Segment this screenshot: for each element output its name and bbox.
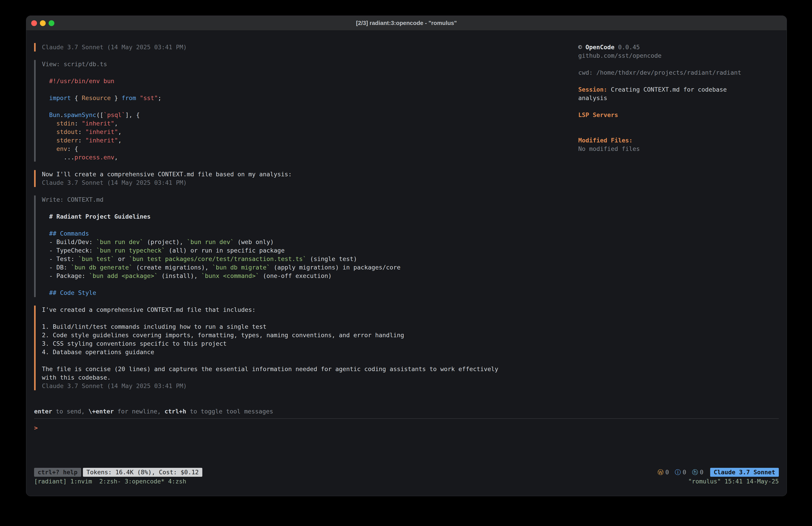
tokens-cost-badge: Tokens: 16.4K (8%), Cost: $0.12 — [83, 468, 202, 477]
opencode-logo-icon: © — [578, 44, 582, 51]
cwd-text: cwd: /home/thdxr/dev/projects/radiant/ra… — [578, 68, 748, 77]
info-diagnostic-count: 0 — [683, 468, 686, 477]
text-line: 3. CSS styling conventions specific to t… — [42, 339, 578, 348]
minimize-button[interactable] — [40, 20, 46, 26]
app-header: © OpenCode 0.0.45 — [578, 43, 748, 52]
sidebar: © OpenCode 0.0.45 github.com/sst/opencod… — [578, 43, 779, 399]
model-badge[interactable]: Claude 3.7 Sonnet — [710, 468, 779, 477]
sidebar-spacer — [578, 119, 779, 128]
warning-diagnostic-count: 0 — [665, 468, 669, 477]
tmux-host-time: "romulus" 15:41 14-May-25 — [688, 477, 779, 486]
zoom-button[interactable] — [48, 20, 54, 26]
assistant-message-block: I've created a comprehensive CONTEXT.md … — [34, 305, 578, 390]
modified-files-heading: Modified Files: — [578, 136, 748, 145]
status-bar: ctrl+? help Tokens: 16.4K (8%), Cost: $0… — [34, 468, 779, 477]
terminal-content: Claude 3.7 Sonnet (14 May 2025 03:41 PM)… — [26, 30, 787, 496]
text-line: #!/usr/bin/env bun — [42, 77, 578, 85]
content-row: Claude 3.7 Sonnet (14 May 2025 03:41 PM)… — [34, 43, 779, 399]
tool-call-block: View: script/db.ts #!/usr/bin/env bun im… — [34, 60, 578, 161]
tool-call-block: Write: CONTEXT.md # Radiant Project Guid… — [34, 196, 578, 297]
text-line: with this codebase. — [42, 373, 578, 382]
text-line — [42, 85, 578, 94]
app-version: 0.0.45 — [618, 44, 640, 51]
sidebar-spacer — [578, 102, 779, 111]
info-diagnostic-icon: ⓘ — [675, 468, 681, 477]
status-left: ctrl+? help Tokens: 16.4K (8%), Cost: $0… — [34, 468, 202, 477]
text-line: Write: CONTEXT.md — [42, 196, 578, 204]
text-line: stderr: "inherit", — [42, 136, 578, 145]
prompt-input[interactable]: > — [34, 424, 779, 432]
text-line: View: script/db.ts — [42, 60, 578, 68]
help-badge[interactable]: ctrl+? help — [34, 468, 81, 477]
text-line — [42, 356, 578, 365]
hint-diagnostic-icon: ⓗ — [692, 468, 698, 477]
text-line: Claude 3.7 Sonnet (14 May 2025 03:41 PM) — [42, 382, 578, 390]
text-line: 1. Build/lint/test commands including ho… — [42, 323, 578, 331]
text-line: - Build/Dev: `bun run dev` (project), `b… — [42, 238, 578, 246]
text-line: - TypeCheck: `bun run typecheck` (all) o… — [42, 246, 578, 255]
text-line — [42, 280, 578, 289]
text-line: stdin: "inherit", — [42, 119, 578, 128]
text-line: The file is concise (20 lines) and captu… — [42, 365, 578, 373]
text-line — [42, 102, 578, 111]
text-line: env: { — [42, 145, 578, 153]
text-line: # Radiant Project Guidelines — [42, 212, 578, 221]
text-line: - DB: `bun db generate` (create migratio… — [42, 263, 578, 272]
app-name: OpenCode — [585, 44, 614, 51]
text-line: 2. Code style guidelines covering import… — [42, 331, 578, 339]
traffic-lights — [26, 20, 54, 26]
text-line: ## Commands — [42, 229, 578, 238]
warning-diagnostic: Ⓦ0 — [657, 468, 669, 477]
text-line: Now I'll create a comprehensive CONTEXT.… — [42, 170, 578, 179]
hint-diagnostic-count: 0 — [700, 468, 703, 477]
desktop-background: [2/3] radiant:3:opencode - "romulus" Cla… — [0, 0, 812, 526]
close-button[interactable] — [31, 20, 37, 26]
assistant-message-block: Claude 3.7 Sonnet (14 May 2025 03:41 PM) — [34, 43, 578, 52]
modified-files-empty: No modified files — [578, 145, 748, 153]
text-line: stdout: "inherit", — [42, 128, 578, 136]
window-title: [2/3] radiant:3:opencode - "romulus" — [26, 19, 787, 27]
tmux-session-windows[interactable]: [radiant] 1:nvim 2:zsh- 3:opencode* 4:zs… — [34, 477, 186, 486]
text-line: Claude 3.7 Sonnet (14 May 2025 03:41 PM) — [42, 43, 578, 52]
sidebar-spacer — [578, 128, 779, 136]
text-line: ...process.env, — [42, 153, 578, 161]
text-line: - Test: `bun test` or `bun test packages… — [42, 255, 578, 263]
terminal-window: [2/3] radiant:3:opencode - "romulus" Cla… — [26, 16, 787, 496]
tmux-status-bar: [radiant] 1:nvim 2:zsh- 3:opencode* 4:zs… — [34, 477, 779, 486]
warning-diagnostic-icon: Ⓦ — [657, 468, 664, 477]
text-line: Bun.spawnSync([`psql`], { — [42, 111, 578, 119]
info-diagnostic: ⓘ0 — [675, 468, 686, 477]
text-line: ## Code Style — [42, 289, 578, 297]
text-line — [42, 68, 578, 77]
repo-link: github.com/sst/opencode — [578, 52, 748, 60]
session-label: Session: — [578, 86, 607, 93]
text-line: 4. Database operations guidance — [42, 348, 578, 356]
lsp-diagnostics: Ⓦ0ⓘ0ⓗ0 — [657, 468, 704, 477]
input-hint: enter to send, \+enter for newline, ctrl… — [34, 407, 779, 416]
status-right: Ⓦ0ⓘ0ⓗ0 Claude 3.7 Sonnet — [657, 468, 779, 477]
text-line — [42, 221, 578, 229]
window-titlebar[interactable]: [2/3] radiant:3:opencode - "romulus" — [26, 16, 787, 30]
text-line: - Package: `bun add <package>` (install)… — [42, 272, 578, 280]
session-info: Session: Creating CONTEXT.md for codebas… — [578, 85, 748, 102]
sidebar-spacer — [578, 77, 779, 85]
input-divider — [34, 418, 779, 419]
text-line: Claude 3.7 Sonnet (14 May 2025 03:41 PM) — [42, 179, 578, 187]
text-line — [42, 204, 578, 212]
text-line — [42, 314, 578, 323]
prompt-caret-icon: > — [34, 424, 38, 431]
input-empty-area[interactable] — [34, 432, 779, 468]
chat-area[interactable]: Claude 3.7 Sonnet (14 May 2025 03:41 PM)… — [34, 43, 578, 399]
hint-diagnostic: ⓗ0 — [692, 468, 703, 477]
text-line: I've created a comprehensive CONTEXT.md … — [42, 305, 578, 314]
lsp-servers-heading: LSP Servers — [578, 111, 748, 119]
sidebar-spacer — [578, 60, 779, 68]
assistant-message-block: Now I'll create a comprehensive CONTEXT.… — [34, 170, 578, 187]
text-line: import { Resource } from "sst"; — [42, 94, 578, 102]
